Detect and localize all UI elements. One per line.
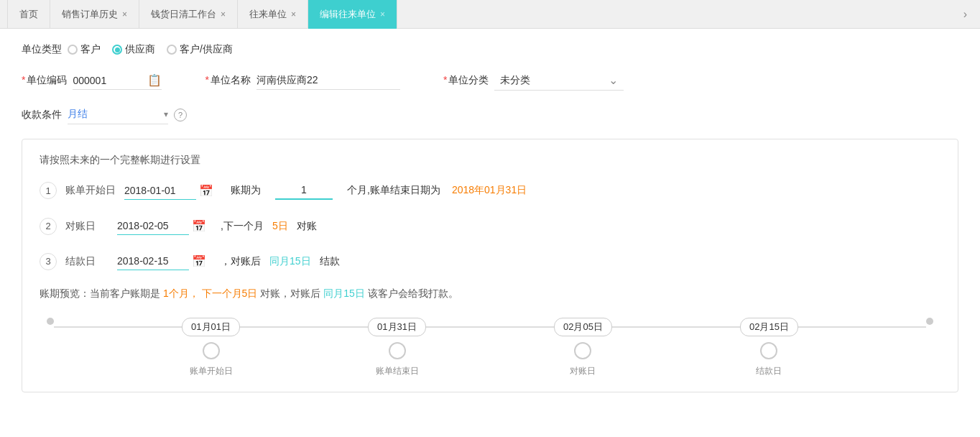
period-end-date: 2018年01月31日 bbox=[452, 184, 527, 197]
radio-supplier[interactable]: 供应商 bbox=[112, 43, 155, 56]
tab-home[interactable]: 首页 bbox=[7, 0, 50, 29]
billing-start-row: 1 账单开始日 📅 账期为 个月,账单结束日期为 2018年01月31日 bbox=[40, 181, 940, 200]
reconcile-suffix-orange: 5日 bbox=[272, 220, 288, 233]
close-edit-partner-icon[interactable]: × bbox=[380, 9, 385, 19]
unit-type-group: 单位类型 客户 供应商 客户/供应商 bbox=[22, 43, 233, 56]
tab-edit-partner[interactable]: 编辑往来单位 × bbox=[308, 0, 397, 29]
unit-name-label: *单位名称 bbox=[205, 74, 250, 87]
payment-label: 结款日 bbox=[65, 255, 108, 268]
row-num-2: 2 bbox=[40, 218, 57, 235]
timeline-wrapper: 01月01日 账单开始日 01月31日 账单结束日 02月05日 对账日 02月… bbox=[40, 318, 940, 377]
payment-terms-value: 月结 bbox=[68, 108, 161, 121]
close-cash-work-icon[interactable]: × bbox=[221, 9, 226, 19]
timeline-desc-1: 账单开始日 bbox=[190, 365, 233, 377]
tabs-bar: 首页 销售订单历史 × 钱货日清工作台 × 往来单位 × 编辑往来单位 × › bbox=[0, 0, 980, 29]
timeline-dot-3 bbox=[574, 342, 591, 359]
unit-category-value: 未分类 bbox=[500, 74, 530, 87]
billing-start-label: 账单开始日 bbox=[65, 184, 116, 197]
section-title: 请按照未来的一个完整帐期进行设置 bbox=[40, 154, 940, 167]
help-icon[interactable]: ? bbox=[174, 109, 187, 121]
unit-code-label: *单位编码 bbox=[22, 74, 67, 87]
timeline-dot-2 bbox=[389, 342, 406, 359]
timeline-date-2: 01月31日 bbox=[368, 318, 426, 336]
radio-supplier-circle bbox=[112, 45, 122, 55]
reconcile-suffix-prefix: ,下一个月 bbox=[221, 220, 264, 233]
radio-customer-label: 客户 bbox=[80, 43, 101, 56]
reconcile-calendar-icon[interactable]: 📅 bbox=[192, 219, 206, 233]
row-num-1: 1 bbox=[40, 182, 57, 199]
unit-code-input-wrap: 📋 bbox=[73, 72, 162, 90]
radio-supplier-label: 供应商 bbox=[125, 43, 155, 56]
timeline-point-4: 02月15日 结款日 bbox=[740, 318, 798, 377]
billing-start-calendar-icon[interactable]: 📅 bbox=[199, 184, 213, 198]
unit-type-label: 单位类型 bbox=[22, 43, 62, 56]
preview-part3: 同月15日 bbox=[323, 288, 365, 299]
tab-partners-label: 往来单位 bbox=[249, 8, 287, 21]
payment-date-group: 📅 bbox=[117, 252, 206, 270]
timeline-end-dot bbox=[926, 318, 933, 325]
timeline-desc-2: 账单结束日 bbox=[376, 365, 419, 377]
timeline-date-4: 02月15日 bbox=[740, 318, 798, 336]
period-input[interactable] bbox=[275, 181, 333, 200]
radio-customer-supplier[interactable]: 客户/供应商 bbox=[167, 43, 233, 56]
unit-type-row: 单位类型 客户 供应商 客户/供应商 bbox=[22, 43, 958, 56]
radio-customer-supplier-label: 客户/供应商 bbox=[180, 43, 233, 56]
close-sales-history-icon[interactable]: × bbox=[122, 9, 127, 19]
payment-date-input[interactable] bbox=[117, 252, 189, 270]
preview-mid: 对账，对账后 bbox=[260, 288, 320, 299]
reconcile-label: 对账日 bbox=[65, 220, 108, 233]
timeline-points: 01月01日 账单开始日 01月31日 账单结束日 02月05日 对账日 02月… bbox=[47, 318, 933, 377]
payment-suffix-teal: 同月15日 bbox=[269, 255, 311, 268]
unit-name-input[interactable] bbox=[256, 72, 400, 90]
row-num-3: 3 bbox=[40, 253, 57, 270]
radio-customer-supplier-circle bbox=[167, 45, 177, 55]
timeline-date-1: 01月01日 bbox=[182, 318, 240, 336]
payment-row: 3 结款日 📅 ，对账后 同月15日 结款 bbox=[40, 252, 940, 270]
close-partners-icon[interactable]: × bbox=[291, 9, 296, 19]
payment-calendar-icon[interactable]: 📅 bbox=[192, 254, 206, 268]
unit-category-select[interactable]: 未分类 ⌄ bbox=[494, 70, 624, 91]
payment-terms-group: 收款条件 月结 ▾ ? bbox=[22, 105, 187, 124]
timeline-dot-1 bbox=[203, 342, 220, 359]
reconcile-date-input[interactable] bbox=[117, 217, 189, 235]
unit-category-group: *单位分类 未分类 ⌄ bbox=[443, 70, 624, 91]
tab-sales-history[interactable]: 销售订单历史 × bbox=[50, 0, 139, 29]
reconcile-suffix-text: 对账 bbox=[297, 220, 317, 233]
payment-terms-label: 收款条件 bbox=[22, 109, 62, 121]
payment-suffix-text: 结款 bbox=[320, 255, 340, 268]
timeline-dot-4 bbox=[760, 342, 777, 359]
unit-category-label: *单位分类 bbox=[443, 74, 489, 87]
radio-customer-circle bbox=[68, 45, 78, 55]
payment-terms-row: 收款条件 月结 ▾ ? bbox=[22, 105, 958, 124]
reconcile-row: 2 对账日 📅 ,下一个月 5日 对账 bbox=[40, 217, 940, 235]
timeline-point-1: 01月01日 账单开始日 bbox=[182, 318, 240, 377]
billing-start-date-group: 📅 bbox=[124, 182, 213, 200]
tab-cash-work[interactable]: 钱货日清工作台 × bbox=[139, 0, 238, 29]
payment-terms-select[interactable]: 月结 ▾ bbox=[68, 105, 168, 124]
tab-partners[interactable]: 往来单位 × bbox=[238, 0, 308, 29]
tab-more-button[interactable]: › bbox=[958, 8, 973, 21]
preview-text: 账期预览：当前客户账期是 1个月， 下一个月5日 对账，对账后 同月15日 该客… bbox=[40, 288, 940, 300]
timeline-point-3: 02月05日 对账日 bbox=[554, 318, 612, 377]
preview-end: 该客户会给我打款。 bbox=[368, 288, 458, 299]
preview-part1: 1个月， bbox=[163, 288, 199, 299]
preview-label: 账期预览：当前客户账期是 bbox=[40, 288, 160, 299]
timeline-point-2: 01月31日 账单结束日 bbox=[368, 318, 426, 377]
unit-code-group: *单位编码 📋 bbox=[22, 72, 162, 90]
billing-start-mid: 账期为 bbox=[231, 184, 261, 197]
preview-part2: 下一个月5日 bbox=[202, 288, 258, 299]
unit-code-input[interactable] bbox=[73, 72, 144, 89]
unit-category-chevron: ⌄ bbox=[609, 73, 618, 87]
tab-home-label: 首页 bbox=[19, 8, 38, 21]
timeline-desc-4: 结款日 bbox=[756, 365, 782, 377]
unit-code-icon[interactable]: 📋 bbox=[147, 73, 162, 87]
payment-terms-chevron: ▾ bbox=[164, 109, 168, 119]
timeline-date-3: 02月05日 bbox=[554, 318, 612, 336]
payment-suffix-prefix: ，对账后 bbox=[221, 255, 261, 268]
radio-customer[interactable]: 客户 bbox=[68, 43, 101, 56]
unit-info-row: *单位编码 📋 *单位名称 *单位分类 未分类 ⌄ bbox=[22, 70, 958, 91]
reconcile-date-group: 📅 bbox=[117, 217, 206, 235]
period-unit: 个月,账单结束日期为 bbox=[347, 184, 440, 197]
billing-start-date-input[interactable] bbox=[124, 182, 196, 200]
timeline-start-dot bbox=[47, 318, 54, 325]
